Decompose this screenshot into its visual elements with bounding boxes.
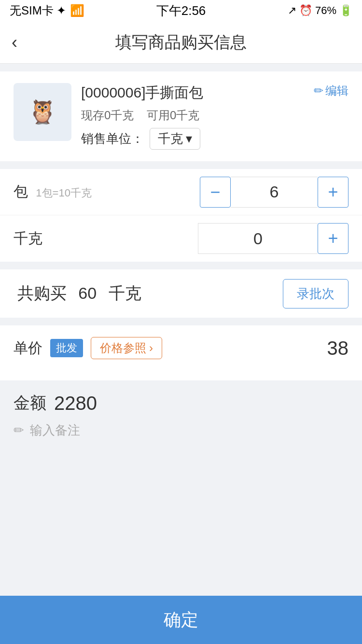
status-left: 无SIM卡 ✦ 📶 [10,3,84,18]
price-label: 单价 [14,338,42,358]
batch-button[interactable]: 录批次 [283,279,348,308]
bao-minus-button[interactable]: − [200,177,231,208]
kg-input-row: 千克 + [0,215,362,262]
back-button[interactable]: ‹ [12,32,17,53]
kg-plus-button[interactable]: + [318,223,348,254]
confirm-button-label: 确定 [164,608,198,632]
unit-selector[interactable]: 千克 ▾ [150,128,200,150]
battery-text: 76% [315,4,336,17]
price-section: 单价 批发 价格参照 › 38 [0,325,362,380]
input-section: 包 1包=10千克 − + 千克 + [0,169,362,262]
status-bar: 无SIM卡 ✦ 📶 下午2:56 ↗ ⏰ 76% 🔋 [0,0,362,21]
wifi-icon: 📶 [70,4,84,17]
status-time: 下午2:56 [156,2,206,19]
bao-quantity-input[interactable] [231,177,318,208]
amount-section: 金额 2280 ✏ 输入备注 [0,380,362,448]
confirm-button[interactable]: 确定 [0,596,362,644]
product-unit-row: 销售单位： 千克 ▾ [81,128,348,150]
pencil-icon: ✏ [14,423,24,438]
edit-icon: ✏ [314,84,323,98]
product-name: [0000006]手撕面包 [81,83,348,103]
amount-value: 2280 [54,392,97,414]
price-row: 单价 批发 价格参照 › 38 [14,337,348,359]
edit-button[interactable]: ✏ 编辑 [314,83,348,98]
remark-placeholder: 输入备注 [30,422,80,439]
nav-bar: ‹ 填写商品购买信息 [0,21,362,64]
page-title: 填写商品购买信息 [115,31,247,54]
product-thumbnail: 🦉 [14,83,71,141]
summary-text: 共购买 60 千克 [14,282,145,305]
summary-section: 共购买 60 千克 录批次 [0,269,362,318]
price-value: 38 [327,337,349,359]
price-type-tag: 批发 [50,339,83,357]
kg-quantity-input[interactable] [198,223,318,254]
dropdown-arrow-icon: ▾ [186,131,192,146]
bao-input-row: 包 1包=10千克 − + [0,169,362,215]
product-info: [0000006]手撕面包 现存0千克 可用0千克 销售单位： 千克 ▾ [81,83,348,150]
bao-plus-button[interactable]: + [318,177,348,208]
price-ref-arrow-icon: › [149,341,153,355]
location-icon: ↗ [288,4,296,17]
alarm-icon: ⏰ [299,4,312,17]
amount-label: 金额 [14,392,46,414]
product-card: 🦉 [0000006]手撕面包 现存0千克 可用0千克 销售单位： 千克 ▾ ✏… [0,71,362,161]
kg-stepper: + [198,223,348,254]
battery-icon: 🔋 [339,4,352,17]
status-right: ↗ ⏰ 76% 🔋 [288,4,352,17]
bao-stepper: − + [200,177,348,208]
bao-label: 包 1包=10千克 [14,182,110,202]
remark-row[interactable]: ✏ 输入备注 [14,422,348,448]
price-reference-button[interactable]: 价格参照 › [91,337,162,359]
kg-label: 千克 [14,229,110,249]
product-stock: 现存0千克 可用0千克 [81,108,348,123]
carrier-text: 无SIM卡 ✦ [10,3,66,18]
bao-hint: 1包=10千克 [36,187,92,199]
amount-row: 金额 2280 [14,392,348,414]
